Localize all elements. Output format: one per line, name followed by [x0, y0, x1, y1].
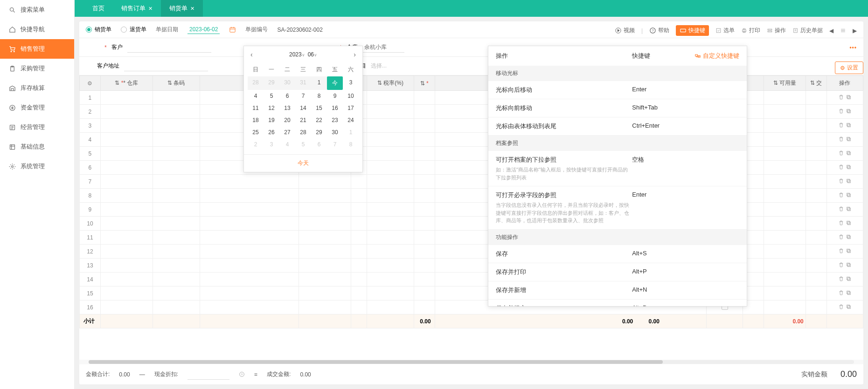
history-button[interactable]: 历史单据 — [792, 27, 823, 34]
sidebar-item-inventory[interactable]: 库存核算 — [0, 78, 74, 98]
custom-hotkey-button[interactable]: 自定义快捷键 — [694, 52, 739, 60]
cal-day[interactable]: 19 — [264, 114, 279, 126]
cal-day[interactable]: 24 — [343, 114, 359, 126]
copy-icon[interactable] — [846, 248, 852, 254]
cal-day-next[interactable]: 2 — [248, 138, 264, 150]
form-more-icon[interactable]: ••• — [849, 44, 857, 51]
cal-day[interactable]: 16 — [327, 102, 343, 114]
copy-icon[interactable] — [846, 136, 852, 142]
cal-day-next[interactable]: 7 — [327, 138, 343, 150]
sidebar-item-purchase[interactable]: 采购管理 — [0, 59, 74, 78]
print-button[interactable]: 打印 — [741, 27, 760, 34]
delete-icon[interactable] — [838, 276, 844, 282]
delete-icon[interactable] — [838, 192, 844, 198]
customer-input[interactable] — [127, 42, 211, 53]
copy-icon[interactable] — [846, 150, 852, 156]
cal-day[interactable]: 22 — [311, 114, 327, 126]
h-scrollbar[interactable] — [79, 360, 863, 364]
delete-icon[interactable] — [838, 178, 844, 184]
cal-day-prev[interactable]: 30 — [279, 76, 295, 90]
select-order-button[interactable]: 选单 — [715, 27, 735, 34]
sidebar-item-base[interactable]: 基础信息 — [0, 137, 74, 157]
cal-day[interactable]: 21 — [295, 114, 311, 126]
cal-day[interactable]: 1 — [311, 76, 327, 90]
settings-button[interactable]: ⚙设置 — [835, 61, 863, 74]
cal-day[interactable]: 6 — [279, 90, 295, 102]
sidebar-item-sales[interactable]: 销售管理 — [0, 39, 74, 59]
copy-icon[interactable] — [846, 108, 852, 114]
next-doc-button[interactable]: ▶ — [853, 27, 857, 34]
doc-date-input[interactable]: 2023-06-02 — [187, 25, 220, 34]
copy-icon[interactable] — [846, 206, 852, 212]
sidebar-item-search[interactable]: 搜索菜单 — [0, 0, 74, 20]
tab-sales-order[interactable]: 销售订单✕ — [113, 0, 161, 17]
sidebar-item-finance[interactable]: 资金管理 — [0, 98, 74, 117]
cal-day[interactable]: 30 — [327, 126, 343, 138]
close-icon[interactable]: ✕ — [190, 0, 194, 17]
close-icon[interactable]: ✕ — [148, 0, 153, 17]
delete-icon[interactable] — [838, 248, 844, 254]
cal-day[interactable]: 8 — [311, 90, 327, 102]
cal-day[interactable]: 5 — [264, 90, 279, 102]
tab-home[interactable]: 首页 — [84, 0, 113, 17]
sidebar-item-business[interactable]: 经营管理 — [0, 117, 74, 137]
cal-day-prev[interactable]: 28 — [248, 76, 264, 90]
col-avail[interactable]: ⇅ 可用量 — [764, 76, 806, 91]
col-req[interactable]: ⇅ * — [414, 76, 435, 91]
copy-icon[interactable] — [846, 304, 852, 310]
help-button[interactable]: ?帮助 — [649, 27, 669, 34]
sidebar-item-system[interactable]: 系统管理 — [0, 157, 74, 176]
menu-button[interactable] — [840, 27, 846, 34]
copy-icon[interactable] — [846, 192, 852, 198]
copy-icon[interactable] — [846, 262, 852, 268]
cal-day[interactable]: 3 — [343, 76, 359, 90]
tab-delivery-note[interactable]: 销货单✕ — [161, 0, 203, 17]
delete-icon[interactable] — [838, 206, 844, 212]
radio-sales-note[interactable]: 销货单 — [86, 26, 111, 34]
sidebar-item-nav[interactable]: 快捷导航 — [0, 20, 74, 39]
hotkey-button[interactable]: 快捷键 — [676, 25, 709, 36]
cal-day[interactable]: 17 — [343, 102, 359, 114]
cal-day-next[interactable]: 8 — [343, 138, 359, 150]
delete-icon[interactable] — [838, 304, 844, 310]
delete-icon[interactable] — [838, 150, 844, 156]
cal-day[interactable]: 7 — [295, 90, 311, 102]
cal-day[interactable]: 11 — [248, 102, 264, 114]
operate-button[interactable]: 操作 — [767, 27, 786, 34]
cal-day[interactable]: 12 — [264, 102, 279, 114]
delete-icon[interactable] — [838, 164, 844, 170]
delete-icon[interactable] — [838, 262, 844, 268]
copy-icon[interactable] — [846, 276, 852, 282]
customer-addr-input[interactable] — [124, 61, 208, 71]
copy-icon[interactable] — [846, 122, 852, 128]
cash-discount-input[interactable] — [187, 369, 229, 380]
copy-icon[interactable] — [846, 290, 852, 296]
cal-day-next[interactable]: 5 — [295, 138, 311, 150]
radio-return-note[interactable]: 退货单 — [121, 26, 146, 34]
cal-day[interactable]: 13 — [279, 102, 295, 114]
cal-day[interactable]: 27 — [279, 126, 295, 138]
cal-day-prev[interactable]: 29 — [264, 76, 279, 90]
cal-day[interactable]: 29 — [311, 126, 327, 138]
cal-day[interactable]: 14 — [295, 102, 311, 114]
delete-icon[interactable] — [838, 94, 844, 100]
cal-day[interactable]: 今 — [327, 76, 343, 90]
delete-icon[interactable] — [838, 220, 844, 226]
cal-day-prev[interactable]: 31 — [295, 76, 311, 90]
cal-day-next[interactable]: 6 — [311, 138, 327, 150]
delete-icon[interactable] — [838, 122, 844, 128]
col-barcode[interactable]: ⇅ 条码 — [153, 76, 200, 91]
prev-doc-button[interactable]: ◀ — [829, 27, 833, 34]
cal-next-button[interactable]: › — [354, 51, 356, 58]
cal-day-next[interactable]: 4 — [279, 138, 295, 150]
copy-icon[interactable] — [846, 178, 852, 184]
calendar-icon[interactable] — [229, 26, 236, 33]
cal-prev-button[interactable]: ‹ — [250, 51, 253, 58]
col-tax[interactable]: ⇅ 税率(%) — [367, 76, 414, 91]
help-icon[interactable]: ? — [239, 371, 245, 377]
cal-day[interactable]: 28 — [295, 126, 311, 138]
warehouse-input[interactable] — [362, 42, 404, 53]
cal-today-button[interactable]: 今天 — [244, 154, 362, 172]
cal-day[interactable]: 23 — [327, 114, 343, 126]
cal-day[interactable]: 20 — [279, 114, 295, 126]
